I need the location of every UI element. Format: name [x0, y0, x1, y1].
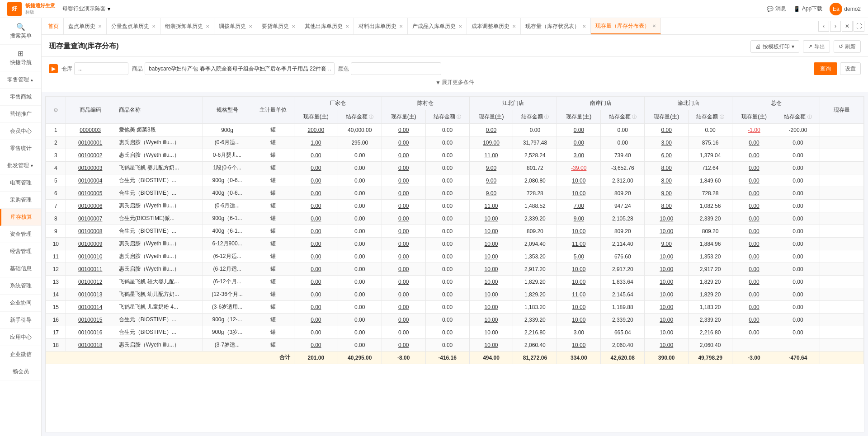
tabs-expand-btn[interactable]: ⛶: [854, 21, 864, 32]
cell-code[interactable]: 00100005: [66, 187, 115, 200]
cell-f-qty[interactable]: 0.00: [294, 200, 338, 212]
cell-nb-qty[interactable]: -39.00: [557, 162, 601, 174]
tabs-close-btn[interactable]: ✕: [842, 21, 853, 32]
cell-code[interactable]: 00100013: [66, 288, 115, 301]
cell-nb-qty[interactable]: 9.00: [557, 212, 601, 225]
cell-nb-qty[interactable]: 10.00: [557, 301, 601, 314]
cell-code[interactable]: 00100015: [66, 314, 115, 326]
color-input[interactable]: [351, 62, 441, 75]
cell-t-qty[interactable]: 0.00: [732, 238, 776, 250]
cell-yb-qty[interactable]: 10.00: [645, 225, 689, 238]
cell-yb-qty[interactable]: 10.00: [645, 288, 689, 301]
cell-yb-qty[interactable]: 8.00: [645, 200, 689, 212]
cell-nb-qty[interactable]: 0.00: [557, 124, 601, 136]
cell-t-qty[interactable]: [732, 339, 776, 352]
th-settings[interactable]: ⚙: [46, 97, 66, 124]
cell-jb-qty[interactable]: 10.00: [469, 225, 513, 238]
cell-jb-qty[interactable]: 10.00: [469, 288, 513, 301]
cell-f-qty[interactable]: 0.00: [294, 314, 338, 326]
tab-material-out[interactable]: 材料出库单历史 ✕: [354, 18, 408, 34]
tab-inventory-status-close[interactable]: ✕: [582, 24, 586, 29]
tab-other-out-close[interactable]: ✕: [345, 24, 349, 29]
sidebar-item-nav[interactable]: ⊞ 快捷导航: [0, 45, 41, 71]
cell-yb-qty[interactable]: 10.00: [645, 263, 689, 276]
cell-yb-qty[interactable]: 8.00: [645, 162, 689, 174]
msg-btn[interactable]: 💬 消息: [767, 5, 786, 13]
cell-f-qty[interactable]: 0.00: [294, 174, 338, 187]
cell-yb-qty[interactable]: 6.00: [645, 149, 689, 162]
tab-purchase-order-close[interactable]: ✕: [292, 24, 295, 29]
nb-amt-info-icon[interactable]: ⓘ: [632, 114, 637, 119]
cell-nb-qty[interactable]: 10.00: [557, 314, 601, 326]
sidebar-item-retail[interactable]: 零售管理 ▲: [0, 71, 41, 89]
cell-yb-qty[interactable]: 9.00: [645, 238, 689, 250]
sidebar-item-guide[interactable]: 新手引导: [0, 312, 41, 329]
tab-inventory-status[interactable]: 现存量（库存状况表） ✕: [521, 18, 591, 34]
sidebar-item-vip[interactable]: 畅会员: [0, 363, 41, 380]
cell-jb-qty[interactable]: 10.00: [469, 212, 513, 225]
cell-c-qty[interactable]: 0.00: [382, 276, 425, 288]
tab-product-in[interactable]: 产成品入库单历史 ✕: [408, 18, 467, 34]
cell-f-qty[interactable]: 1.00: [294, 136, 338, 149]
cell-t-qty[interactable]: 0.00: [732, 314, 776, 326]
cell-yb-qty[interactable]: 9.00: [645, 187, 689, 200]
cell-code[interactable]: 00100006: [66, 200, 115, 212]
cell-jb-qty[interactable]: 11.00: [469, 200, 513, 212]
cell-nb-qty[interactable]: 3.00: [557, 326, 601, 339]
cell-f-qty[interactable]: 0.00: [294, 225, 338, 238]
tab-other-out[interactable]: 其他出库单历史 ✕: [300, 18, 354, 34]
cell-c-qty[interactable]: 0.00: [382, 124, 425, 136]
cell-f-qty[interactable]: 0.00: [294, 212, 338, 225]
sidebar-item-retail-store[interactable]: 零售商城: [0, 89, 41, 106]
cell-yb-qty[interactable]: 3.00: [645, 136, 689, 149]
tab-transfer[interactable]: 调拨单历史 ✕: [214, 18, 257, 34]
cell-f-qty[interactable]: 0.00: [294, 149, 338, 162]
cell-yb-qty[interactable]: 10.00: [645, 326, 689, 339]
cell-nb-qty[interactable]: 10.00: [557, 225, 601, 238]
tabs-prev-btn[interactable]: ‹: [818, 21, 829, 32]
cell-code[interactable]: 00100007: [66, 212, 115, 225]
c-amt-info-icon[interactable]: ⓘ: [457, 114, 461, 119]
tabs-next-btn[interactable]: ›: [830, 21, 841, 32]
cell-t-qty[interactable]: 0.00: [732, 326, 776, 339]
cell-code[interactable]: 00100018: [66, 339, 115, 352]
cell-f-qty[interactable]: 0.00: [294, 187, 338, 200]
cell-t-qty[interactable]: 0.00: [732, 162, 776, 174]
tab-product-in-close[interactable]: ✕: [458, 24, 462, 29]
yb-amt-info-icon[interactable]: ⓘ: [720, 114, 724, 119]
cell-jb-qty[interactable]: 10.00: [469, 314, 513, 326]
t-amt-info-icon[interactable]: ⓘ: [807, 114, 812, 119]
table-area[interactable]: ⚙ 商品编码 商品名称 规格型号 主计量单位 厂家仓 陈村仓 江北门店 南岸门店…: [45, 96, 864, 432]
cell-yb-qty[interactable]: 0.00: [645, 124, 689, 136]
cell-f-qty[interactable]: 0.00: [294, 276, 338, 288]
cell-c-qty[interactable]: 0.00: [382, 174, 425, 187]
cell-code[interactable]: 00100012: [66, 276, 115, 288]
cell-t-qty[interactable]: -1.00: [732, 124, 776, 136]
cell-jb-qty[interactable]: 9.00: [469, 162, 513, 174]
cell-jb-qty[interactable]: 10.00: [469, 250, 513, 263]
export-btn[interactable]: ↗ 导出: [803, 40, 830, 53]
cell-c-qty[interactable]: 0.00: [382, 301, 425, 314]
sidebar-item-operations[interactable]: 经营管理: [0, 243, 41, 260]
print-btn[interactable]: 🖨 按模板打印 ▾: [750, 40, 799, 53]
query-btn[interactable]: 查询: [814, 62, 837, 75]
cell-code[interactable]: 00100011: [66, 263, 115, 276]
sidebar-item-retail-stat[interactable]: 零售统计: [0, 140, 41, 157]
cell-code[interactable]: 00100004: [66, 174, 115, 187]
cell-t-qty[interactable]: 0.00: [732, 225, 776, 238]
product-input[interactable]: [145, 62, 335, 75]
cell-t-qty[interactable]: 0.00: [732, 174, 776, 187]
cell-c-qty[interactable]: 0.00: [382, 326, 425, 339]
cell-nb-qty[interactable]: 10.00: [557, 174, 601, 187]
cell-nb-qty[interactable]: 10.00: [557, 187, 601, 200]
cell-jb-qty[interactable]: 9.00: [469, 174, 513, 187]
cell-nb-qty[interactable]: 11.00: [557, 238, 601, 250]
cell-jb-qty[interactable]: 10.00: [469, 238, 513, 250]
warehouse-input[interactable]: [74, 62, 128, 75]
cell-jb-qty[interactable]: 10.00: [469, 276, 513, 288]
sidebar-item-system[interactable]: 系统管理: [0, 277, 41, 295]
tab-material-out-close[interactable]: ✕: [399, 24, 403, 29]
cell-nb-qty[interactable]: 0.00: [557, 136, 601, 149]
cell-t-qty[interactable]: 0.00: [732, 263, 776, 276]
cell-t-qty[interactable]: 0.00: [732, 149, 776, 162]
